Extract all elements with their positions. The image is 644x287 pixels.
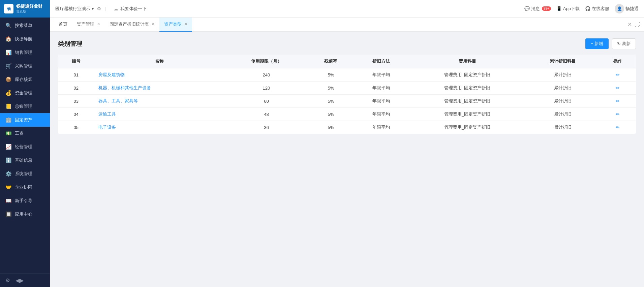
content-area: 类别管理 + 新增 ↻ 刷新 编号 名称 使用期限（月） 残值率 折旧方法 xyxy=(50,32,644,287)
settings-icon[interactable]: ⚙ xyxy=(5,277,10,284)
table-row: 03 器具、工具、家具等 60 5% 年限平均 管理费用_固定资产折旧 累计折旧… xyxy=(58,95,636,108)
sidebar-item-capital[interactable]: 💰 资金管理 xyxy=(0,86,50,100)
sidebar-item-sales[interactable]: 📊 销售管理 xyxy=(0,46,50,59)
topbar-right: 💬 消息 99+ 📱 App下载 🎧 在线客服 👤 畅捷通 xyxy=(524,4,639,13)
new-button[interactable]: + 新增 xyxy=(585,38,609,49)
edit-button[interactable]: ✏ xyxy=(616,98,620,104)
basic-info-icon: ℹ️ xyxy=(5,157,11,163)
close-window-icon[interactable]: ✕ xyxy=(627,21,632,28)
edit-button[interactable]: ✏ xyxy=(616,85,620,91)
capital-icon: 💰 xyxy=(5,90,11,96)
cell-method: 年限平均 xyxy=(354,121,409,134)
user-menu-button[interactable]: 👤 畅捷通 xyxy=(615,4,639,13)
app-download-button[interactable]: 📱 App下载 xyxy=(556,6,580,12)
sidebar: 畅 畅捷通好业财 普及版 🔍 搜索菜单 🏠 快捷导航 📊 销售管理 🛒 采购管理… xyxy=(0,0,50,287)
cell-name[interactable]: 器具、工具、家具等 xyxy=(94,95,225,108)
col-expense: 费用科目 xyxy=(409,55,526,68)
operations-icon: 📈 xyxy=(5,144,11,150)
cell-name[interactable]: 机器、机械和其他生产设备 xyxy=(94,82,225,95)
cell-name[interactable]: 房屋及建筑物 xyxy=(94,68,225,82)
quick-nav-icon: 🏠 xyxy=(5,36,11,42)
cell-name[interactable]: 电子设备 xyxy=(94,121,225,134)
message-button[interactable]: 💬 消息 99+ xyxy=(524,6,551,12)
app-edition: 普及版 xyxy=(16,9,42,14)
edit-button[interactable]: ✏ xyxy=(616,111,620,117)
user-label: 畅捷通 xyxy=(625,6,639,12)
table-row: 02 机器、机械和其他生产设备 120 5% 年限平均 管理费用_固定资产折旧 … xyxy=(58,82,636,95)
edit-button[interactable]: ✏ xyxy=(616,72,620,77)
purchase-icon: 🛒 xyxy=(5,63,11,69)
cell-expense: 管理费用_固定资产折旧 xyxy=(409,82,526,95)
settings-gear-icon[interactable]: ⚙ xyxy=(97,6,101,12)
cell-method: 年限平均 xyxy=(354,95,409,108)
sidebar-item-label-purchase: 采购管理 xyxy=(15,63,32,69)
tab-asset-type[interactable]: 资产类型 ✕ xyxy=(159,18,192,32)
tab-asset-type-close[interactable]: ✕ xyxy=(184,22,187,26)
experience-button[interactable]: ☁ 我要体验一下 xyxy=(110,4,150,13)
guide-icon: 📖 xyxy=(5,198,11,204)
refresh-button[interactable]: ↻ 刷新 xyxy=(612,38,636,49)
cell-accum: 累计折旧 xyxy=(526,82,600,95)
sidebar-item-inventory[interactable]: 📦 库存核算 xyxy=(0,73,50,86)
sidebar-item-search[interactable]: 🔍 搜索菜单 xyxy=(0,19,50,32)
cell-expense: 管理费用_固定资产折旧 xyxy=(409,95,526,108)
cell-residual: 5% xyxy=(308,121,354,134)
sidebar-item-enterprise[interactable]: 🤝 企业协同 xyxy=(0,181,50,194)
cell-expense: 管理费用_固定资产折旧 xyxy=(409,108,526,121)
topbar: 医疗器械行业演示 ▾ ⚙ | ☁ 我要体验一下 💬 消息 99+ 📱 App下载… xyxy=(50,0,644,18)
sidebar-item-salary[interactable]: 💵 工资 xyxy=(0,127,50,140)
service-icon: 🎧 xyxy=(585,6,590,11)
sidebar-item-purchase[interactable]: 🛒 采购管理 xyxy=(0,59,50,73)
tab-asset-mgmt[interactable]: 资产管理 ✕ xyxy=(72,18,105,32)
cell-period: 240 xyxy=(225,68,308,82)
fixed-assets-icon: 🏢 xyxy=(5,117,11,123)
cell-name[interactable]: 运输工具 xyxy=(94,108,225,121)
cell-expense: 管理费用_固定资产折旧 xyxy=(409,121,526,134)
collapse-icon[interactable]: ◀▶ xyxy=(16,277,24,284)
expand-window-icon[interactable]: ⛶ xyxy=(635,22,640,28)
app-center-icon: 🔲 xyxy=(5,211,11,217)
download-icon: 📱 xyxy=(556,6,562,11)
cell-action: ✏ xyxy=(600,108,636,121)
cell-code: 01 xyxy=(58,68,94,82)
sidebar-item-system[interactable]: ⚙️ 系统管理 xyxy=(0,167,50,181)
sidebar-item-label-capital: 资金管理 xyxy=(15,90,32,96)
edit-button[interactable]: ✏ xyxy=(616,125,620,130)
experience-label: 我要体验一下 xyxy=(120,6,147,12)
sidebar-item-ledger[interactable]: 📒 总账管理 xyxy=(0,100,50,113)
sidebar-header: 畅 畅捷通好业财 普及版 xyxy=(0,0,50,18)
table-row: 04 运输工具 48 5% 年限平均 管理费用_固定资产折旧 累计折旧 ✏ xyxy=(58,108,636,121)
tab-depreciation-table[interactable]: 固定资产折旧统计表 ✕ xyxy=(105,18,159,32)
cell-method: 年限平均 xyxy=(354,108,409,121)
app-selector-button[interactable]: 医疗器械行业演示 ▾ xyxy=(55,6,94,12)
sidebar-item-fixed-assets[interactable]: 🏢 固定资产 xyxy=(0,113,50,127)
tab-depreciation-close[interactable]: ✕ xyxy=(152,22,155,26)
tab-home[interactable]: 首页 xyxy=(54,18,72,32)
cell-accum: 累计折旧 xyxy=(526,68,600,82)
app-title: 畅捷通好业财 xyxy=(16,4,42,9)
sidebar-item-quick-nav[interactable]: 🏠 快捷导航 xyxy=(0,32,50,46)
sidebar-item-operations[interactable]: 📈 经营管理 xyxy=(0,140,50,154)
sidebar-item-basic-info[interactable]: ℹ️ 基础信息 xyxy=(0,154,50,167)
cell-code: 04 xyxy=(58,108,94,121)
sidebar-item-guide[interactable]: 📖 新手引导 xyxy=(0,194,50,208)
tab-asset-mgmt-close[interactable]: ✕ xyxy=(97,22,100,26)
cell-code: 02 xyxy=(58,82,94,95)
sales-icon: 📊 xyxy=(5,50,11,56)
cell-period: 60 xyxy=(225,95,308,108)
col-period: 使用期限（月） xyxy=(225,55,308,68)
tab-home-label: 首页 xyxy=(59,21,67,27)
message-icon: 💬 xyxy=(524,6,530,11)
sidebar-item-label-enterprise: 企业协同 xyxy=(15,184,32,190)
tab-asset-type-label: 资产类型 xyxy=(164,21,182,27)
cell-action: ✏ xyxy=(600,82,636,95)
col-method: 折旧方法 xyxy=(354,55,409,68)
page-title: 类别管理 xyxy=(58,40,82,48)
category-table: 编号 名称 使用期限（月） 残值率 折旧方法 费用科目 累计折旧科目 操作 01… xyxy=(58,55,636,134)
system-icon: ⚙️ xyxy=(5,171,11,177)
sidebar-item-label-system: 系统管理 xyxy=(15,171,32,177)
customer-service-button[interactable]: 🎧 在线客服 xyxy=(585,6,609,12)
cell-period: 120 xyxy=(225,82,308,95)
cell-code: 03 xyxy=(58,95,94,108)
sidebar-item-app-center[interactable]: 🔲 应用中心 xyxy=(0,208,50,221)
